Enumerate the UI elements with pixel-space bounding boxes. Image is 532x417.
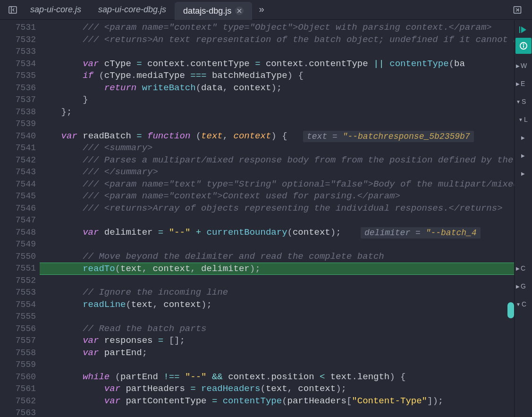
- tab-datajs-dbg[interactable]: datajs-dbg.js: [175, 2, 252, 20]
- code-line[interactable]: var delimiter = "--" + currentBoundary(c…: [40, 227, 514, 239]
- line-number: 7553: [0, 287, 36, 299]
- debug-sidebar: ▶W ▶E ▼S ▼L ▶ ▶ ▶ ▶C ▶G ▼C: [514, 20, 532, 417]
- code-line[interactable]: // Read the batch parts: [40, 323, 514, 335]
- tab-label: sap-ui-core.js: [30, 5, 81, 15]
- debug-section-scope[interactable]: ▼S: [515, 93, 532, 111]
- code-line[interactable]: [40, 275, 514, 287]
- tab-bar: sap-ui-core.js sap-ui-core-dbg.js datajs…: [0, 0, 532, 20]
- overflow-tabs-icon[interactable]: »: [252, 4, 271, 15]
- line-number: 7531: [0, 22, 36, 34]
- code-line[interactable]: var responses = [];: [40, 335, 514, 347]
- line-number: 7550: [0, 251, 36, 263]
- tab-sap-ui-core-dbg[interactable]: sap-ui-core-dbg.js: [90, 0, 175, 19]
- code-line[interactable]: /// <summary>: [40, 142, 514, 154]
- debug-section-global[interactable]: ▶G: [515, 277, 532, 295]
- line-number: 7546: [0, 203, 36, 215]
- code-line[interactable]: [40, 46, 514, 58]
- line-number: 7533: [0, 46, 36, 58]
- line-number: 7543: [0, 166, 36, 179]
- resume-icon[interactable]: [515, 22, 532, 38]
- code-line[interactable]: var cType = context.contentType = contex…: [40, 58, 514, 70]
- line-number: 7544: [0, 179, 36, 191]
- line-number: 7548: [0, 227, 36, 239]
- line-number: 7539: [0, 118, 36, 130]
- line-number: 7545: [0, 190, 36, 203]
- line-number: 7563: [0, 407, 36, 417]
- debug-section-breakpoints[interactable]: ▶E: [515, 75, 532, 93]
- line-number: 7547: [0, 214, 36, 227]
- code-line[interactable]: /// <returns>Array of objects representi…: [40, 203, 514, 215]
- code-line[interactable]: };: [40, 106, 514, 119]
- line-number: 7562: [0, 395, 36, 408]
- svg-point-10: [523, 44, 524, 44]
- line-number: 7552: [0, 275, 36, 287]
- line-number: 7542: [0, 154, 36, 167]
- code-line[interactable]: /// <returns>An text representation of t…: [40, 34, 514, 46]
- debug-section-watch[interactable]: ▶W: [515, 57, 532, 75]
- debug-section-item[interactable]: ▶: [515, 146, 532, 164]
- code-line[interactable]: /// <param name="context">Context used f…: [40, 190, 514, 203]
- line-number: 7532: [0, 34, 36, 46]
- code-line[interactable]: [40, 118, 514, 130]
- close-icon[interactable]: [235, 7, 244, 15]
- line-number: 7561: [0, 383, 36, 395]
- line-number: 7535: [0, 70, 36, 82]
- line-number: 7559: [0, 359, 36, 371]
- code-line[interactable]: /// <param name="context" type="Object">…: [40, 22, 514, 34]
- code-line[interactable]: [40, 359, 514, 371]
- line-number: 7554: [0, 299, 36, 311]
- code-line[interactable]: /// Parses a multipart/mixed response bo…: [40, 154, 514, 167]
- code-line[interactable]: while (partEnd !== "--" && context.posit…: [40, 371, 514, 383]
- line-number: 7556: [0, 323, 36, 335]
- debug-section-local[interactable]: ▼L: [515, 111, 532, 128]
- code-line[interactable]: [40, 407, 514, 417]
- debug-section-closure[interactable]: ▶C: [515, 259, 532, 277]
- svg-rect-7: [519, 26, 520, 33]
- code-line[interactable]: var readBatch = function (text, context)…: [40, 130, 514, 143]
- step-to-end-icon[interactable]: [508, 1, 526, 19]
- line-number: 7551: [0, 263, 36, 275]
- sidebar-toggle-icon[interactable]: [4, 1, 22, 19]
- code-line[interactable]: /// </summary>: [40, 166, 514, 179]
- svg-marker-6: [521, 26, 526, 33]
- debug-section-item[interactable]: ▶: [515, 128, 532, 146]
- line-number: 7538: [0, 106, 36, 119]
- code-line[interactable]: }: [40, 94, 514, 106]
- tabs: sap-ui-core.js sap-ui-core-dbg.js datajs…: [22, 0, 252, 19]
- code-line[interactable]: return writeBatch(data, context);: [40, 82, 514, 94]
- line-number: 7549: [0, 238, 36, 251]
- line-number: 7537: [0, 94, 36, 106]
- code-line[interactable]: // Move beyond the delimiter and read th…: [40, 251, 514, 263]
- code-line[interactable]: readTo(text, context, delimiter);: [40, 263, 514, 275]
- debug-section-callstack[interactable]: ▼C: [515, 295, 532, 313]
- line-number: 7540: [0, 130, 36, 143]
- code-line[interactable]: /// <param name="text" type="String" opt…: [40, 179, 514, 191]
- code-line[interactable]: [40, 238, 514, 251]
- code-line[interactable]: readLine(text, context);: [40, 299, 514, 311]
- line-number: 7557: [0, 335, 36, 347]
- tab-label: sap-ui-core-dbg.js: [98, 5, 166, 15]
- debug-section-item[interactable]: ▶: [515, 164, 532, 182]
- line-number: 7541: [0, 142, 36, 154]
- line-number: 7558: [0, 347, 36, 359]
- code-line[interactable]: [40, 214, 514, 227]
- code-line[interactable]: var partContentType = contentType(partHe…: [40, 395, 514, 408]
- tab-sap-ui-core[interactable]: sap-ui-core.js: [22, 0, 90, 19]
- code-line[interactable]: var partEnd;: [40, 347, 514, 359]
- line-number: 7555: [0, 311, 36, 323]
- code-line[interactable]: [40, 311, 514, 323]
- inlay-hint: text = "--batchresponse_5b2359b7: [303, 131, 474, 142]
- info-icon[interactable]: [515, 38, 532, 54]
- code-editor[interactable]: /// <param name="context" type="Object">…: [40, 20, 514, 417]
- line-number-gutter: 7531753275337534753575367537753875397540…: [0, 20, 40, 417]
- line-number: 7534: [0, 58, 36, 70]
- code-line[interactable]: if (cType.mediaType === batchMediaType) …: [40, 70, 514, 82]
- code-line[interactable]: // Ignore the incoming line: [40, 287, 514, 299]
- line-number: 7536: [0, 82, 36, 94]
- inlay-hint: delimiter = "--batch_4: [361, 227, 481, 238]
- code-line[interactable]: var partHeaders = readHeaders(text, cont…: [40, 383, 514, 395]
- line-number: 7560: [0, 371, 36, 383]
- tab-label: datajs-dbg.js: [183, 6, 231, 16]
